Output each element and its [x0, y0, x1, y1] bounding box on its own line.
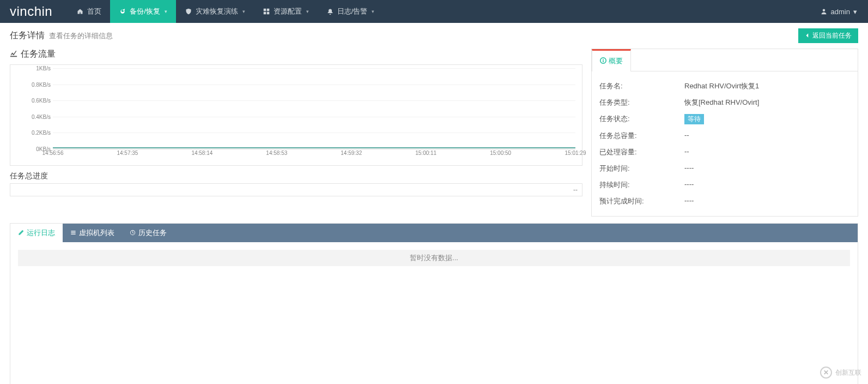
page-header: 任务详情 查看任务的详细信息 返回当前任务: [0, 23, 868, 49]
progress-value: --: [573, 186, 578, 194]
x-tick: 14:57:35: [117, 150, 138, 156]
nav-disaster-label: 灾难恢复演练: [196, 7, 238, 16]
chevron-down-icon: ▾: [306, 9, 309, 14]
sum-eta-label: 预计完成时间:: [599, 196, 684, 206]
home-icon: [76, 8, 84, 15]
x-tick: 14:59:32: [341, 150, 362, 156]
sum-name-label: 任务名:: [599, 81, 684, 91]
log-tabs: 运行日志 虚拟机列表 历史任务: [10, 224, 858, 242]
sum-processed-val: --: [684, 147, 689, 157]
status-badge: 等待: [684, 114, 704, 124]
sum-duration-label: 持续时间:: [599, 180, 684, 190]
edit-icon: [18, 230, 24, 237]
chart-icon: [10, 50, 17, 59]
svg-rect-3: [603, 59, 604, 60]
tab-summary-label: 概要: [609, 56, 623, 66]
arrow-left-icon: [805, 32, 810, 40]
nav-home-label: 首页: [87, 7, 101, 16]
return-current-task-button[interactable]: 返回当前任务: [798, 28, 858, 43]
sum-start-val: ----: [684, 164, 694, 173]
brand-logo: vinchin: [10, 4, 52, 19]
progress-title: 任务总进度: [10, 171, 582, 181]
page-title: 任务详情: [10, 30, 45, 41]
plot-line: [53, 147, 575, 148]
svg-point-0: [822, 9, 825, 12]
tab-summary[interactable]: 概要: [592, 49, 631, 71]
top-navbar: vinchin 首页 备份/恢复 ▾ 灾难恢复演练 ▾ 资源配置: [0, 0, 868, 23]
traffic-chart: 1KB/s 0.8KB/s 0.6KB/s 0.4KB/s 0.2KB/s 0K…: [10, 64, 582, 166]
content: 任务流量 1KB/s 0.8KB/s 0.6KB/s 0.4KB/s 0.2KB…: [0, 49, 868, 217]
grid-icon: [263, 8, 270, 15]
chevron-down-icon: ▾: [372, 9, 374, 14]
clock-icon: [130, 230, 136, 237]
progress-box: --: [10, 183, 582, 196]
sum-type-label: 任务类型:: [599, 98, 684, 107]
user-menu[interactable]: admin ▾: [809, 8, 868, 16]
left-panel: 任务流量 1KB/s 0.8KB/s 0.6KB/s 0.4KB/s 0.2KB…: [10, 49, 582, 196]
x-tick: 14:56:56: [43, 150, 64, 156]
tab-runlog-label: 运行日志: [27, 228, 55, 238]
shield-icon: [185, 8, 192, 15]
tab-vmlist[interactable]: 虚拟机列表: [63, 224, 122, 242]
tab-runlog[interactable]: 运行日志: [10, 224, 63, 242]
sum-status-label: 任务状态:: [599, 114, 684, 124]
svg-rect-2: [603, 60, 604, 62]
y-tick: 0.6KB/s: [32, 98, 51, 104]
user-icon: [820, 8, 828, 15]
nav-resource-label: 资源配置: [274, 7, 302, 16]
traffic-title-text: 任务流量: [21, 49, 56, 60]
nav-backup-label: 备份/恢复: [130, 7, 160, 16]
refresh-icon: [119, 8, 126, 15]
x-tick: 15:00:50: [490, 150, 511, 156]
log-body: 暂时没有数据...: [10, 242, 858, 384]
x-tick: 15:00:11: [415, 150, 436, 156]
sum-duration-val: ----: [684, 180, 694, 190]
summary-body: 任务名:Redhat RHV/Ovirt恢复1 任务类型:恢复[Redhat R…: [592, 71, 858, 216]
traffic-title: 任务流量: [10, 49, 582, 60]
sum-total-label: 任务总容量:: [599, 131, 684, 141]
summary-tabs: 概要: [592, 49, 858, 71]
list-icon: [70, 230, 76, 237]
sum-start-label: 开始时间:: [599, 164, 684, 173]
y-tick: 1KB/s: [36, 65, 51, 71]
return-button-label: 返回当前任务: [812, 31, 852, 40]
chevron-down-icon: ▾: [853, 8, 857, 16]
nav-backup[interactable]: 备份/恢复 ▾: [110, 0, 176, 23]
x-tick: 14:58:14: [191, 150, 213, 156]
sum-total-val: --: [684, 131, 689, 141]
nav-logs-label: 日志/告警: [337, 7, 368, 16]
info-icon: [600, 57, 606, 65]
y-tick: 0.8KB/s: [32, 81, 51, 87]
chevron-down-icon: ▾: [242, 9, 245, 14]
sum-name-val: Redhat RHV/Ovirt恢复1: [684, 81, 759, 91]
user-name: admin: [831, 8, 850, 16]
chevron-down-icon: ▾: [165, 9, 167, 14]
sum-type-val: 恢复[Redhat RHV/Ovirt]: [684, 98, 759, 107]
bell-icon: [326, 8, 334, 15]
nav-logs[interactable]: 日志/告警 ▾: [318, 0, 384, 23]
tab-history[interactable]: 历史任务: [122, 224, 174, 242]
sum-eta-val: ----: [684, 196, 694, 206]
summary-panel: 概要 任务名:Redhat RHV/Ovirt恢复1 任务类型:恢复[Redha…: [591, 49, 858, 217]
nav-items: 首页 备份/恢复 ▾ 灾难恢复演练 ▾ 资源配置 ▾: [68, 0, 809, 23]
nav-disaster[interactable]: 灾难恢复演练 ▾: [176, 0, 254, 23]
x-tick: 15:01:29: [565, 150, 586, 156]
y-tick: 0.2KB/s: [32, 130, 51, 136]
tab-history-label: 历史任务: [138, 228, 167, 238]
nav-home[interactable]: 首页: [68, 0, 110, 23]
logs-section: 运行日志 虚拟机列表 历史任务 暂时没有数据...: [10, 223, 858, 384]
sum-processed-label: 已处理容量:: [599, 147, 684, 157]
nav-resource[interactable]: 资源配置 ▾: [254, 0, 318, 23]
x-tick: 14:58:53: [266, 150, 287, 156]
page-subtitle: 查看任务的详细信息: [49, 31, 113, 41]
y-tick: 0.4KB/s: [32, 113, 51, 119]
y-axis: 1KB/s 0.8KB/s 0.6KB/s 0.4KB/s 0.2KB/s 0K…: [14, 68, 53, 149]
tab-vmlist-label: 虚拟机列表: [79, 228, 114, 238]
no-data-message: 暂时没有数据...: [18, 250, 850, 266]
x-axis: 14:56:56 14:57:35 14:58:14 14:58:53 14:5…: [53, 149, 575, 160]
